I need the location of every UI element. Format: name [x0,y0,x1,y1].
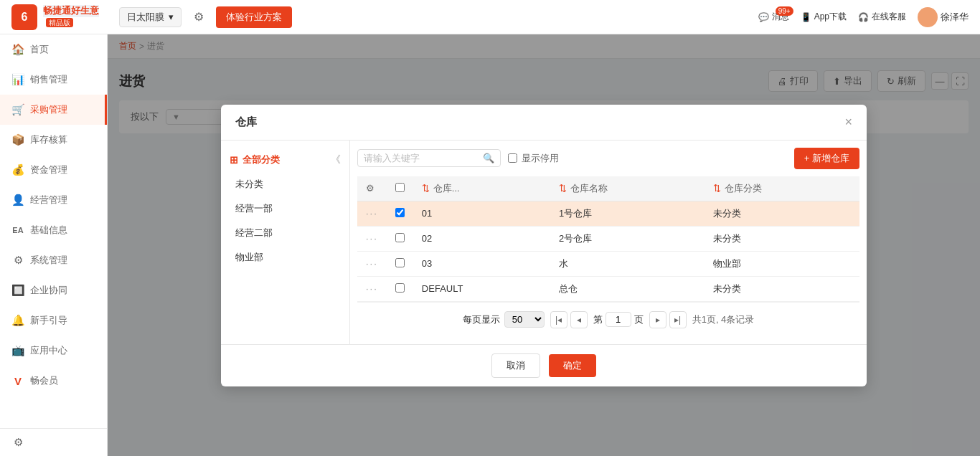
sidebar-settings-button[interactable]: ⚙ [0,429,107,456]
sidebar-label-purchase: 采购管理 [30,103,67,116]
messages-button[interactable]: 💬 消息 99+ [758,11,789,23]
dialog-body: ⊞ 全部分类 《 未分类 经营一部 经营二部 物业部 [221,141,867,344]
inventory-icon: 📦 [11,133,24,146]
sidebar-item-home[interactable]: 🏠 首页 [0,34,107,65]
show-disabled-label[interactable]: 显示停用 [508,152,559,165]
row-id: 01 [413,201,550,226]
category-panel: ⊞ 全部分类 《 未分类 经营一部 经营二部 物业部 [221,141,350,344]
category-header: ⊞ 全部分类 《 [221,148,349,172]
app-download-button[interactable]: 📱 App下载 [801,11,847,23]
row-action[interactable]: ··· [357,251,387,276]
row-action[interactable]: ··· [357,226,387,251]
search-box: 🔍 [357,149,501,167]
row-checkbox[interactable] [395,283,405,293]
sidebar-item-system[interactable]: ⚙ 系统管理 [0,245,107,275]
table-row[interactable]: ··· DEFAULT 总仓 未分类 [357,276,859,301]
store-selector[interactable]: 日太阳膜 ▾ [119,7,182,27]
dialog-close-button[interactable]: × [844,115,852,130]
page-size-dropdown[interactable]: 50 100 200 [504,311,545,328]
next-page-button[interactable]: ▸ [649,311,666,328]
row-action[interactable]: ··· [357,276,387,301]
topbar: 6 畅捷通好生意 精品版 日太阳膜 ▾ ⚙ 体验行业方案 💬 消息 99+ 📱 … [0,0,980,34]
warehouse-dialog: 仓库 × ⊞ 全部分类 《 未分类 经营一部 [221,105,867,386]
search-input[interactable] [364,153,479,163]
table-row[interactable]: ··· 03 水 物业部 [357,251,859,276]
action-dots[interactable]: ··· [366,233,378,244]
logo-text: 畅捷通好生意 精品版 [43,5,99,28]
table-row[interactable]: ··· 01 1号仓库 未分类 [357,201,859,226]
category-item-operations2[interactable]: 经营二部 [221,221,349,245]
sidebar-item-sales[interactable]: 📊 销售管理 [0,65,107,95]
page-input: 第 页 [593,312,644,327]
prev-page-button[interactable]: ◂ [570,311,588,328]
sidebar-item-membership[interactable]: V 畅会员 [0,366,107,396]
row-checkbox-cell [387,201,413,226]
category-item-property[interactable]: 物业部 [221,245,349,270]
sidebar-label-basic-info: 基础信息 [30,224,67,237]
row-category: 未分类 [705,201,859,226]
enterprise-icon: 🔲 [11,284,24,297]
page-nav-next: ▸ ▸| [649,311,687,328]
system-icon: ⚙ [11,254,24,267]
main-content: 首页 > 进货 进货 🖨 打印 ⬆ 导出 ↻ 刷新 — ⛶ 按以下 [108,34,980,456]
sidebar-label-guide: 新手引导 [30,314,67,327]
sidebar-item-enterprise[interactable]: 🔲 企业协同 [0,275,107,305]
th-num: ⇅ 仓库... [413,176,550,201]
modal-overlay: 仓库 × ⊞ 全部分类 《 未分类 经营一部 [108,34,980,456]
table-row[interactable]: ··· 02 2号仓库 未分类 [357,226,859,251]
row-category: 未分类 [705,226,859,251]
sidebar-item-inventory[interactable]: 📦 库存核算 [0,125,107,155]
headset-icon: 🎧 [858,12,869,22]
sort-cat-icon: ⇅ [713,183,721,194]
action-dots[interactable]: ··· [366,258,378,269]
sidebar-label-inventory: 库存核算 [30,133,67,146]
sidebar-item-app-center[interactable]: 📺 应用中心 [0,336,107,366]
action-dots[interactable]: ··· [366,283,378,294]
row-checkbox-cell [387,251,413,276]
category-item-operations1[interactable]: 经营一部 [221,196,349,221]
cancel-button[interactable]: 取消 [491,353,540,378]
avatar [918,7,938,27]
message-badge: 99+ [776,6,793,16]
guide-icon: 🔔 [11,314,24,327]
logo: 6 畅捷通好生意 精品版 [11,4,119,30]
app-center-icon: 📺 [11,344,24,357]
sidebar-item-operations[interactable]: 👤 经营管理 [0,185,107,215]
category-all-button[interactable]: ⊞ 全部分类 [230,153,280,166]
search-icon[interactable]: 🔍 [483,153,494,163]
sidebar-label-app-center: 应用中心 [30,344,67,357]
online-service-button[interactable]: 🎧 在线客服 [858,11,906,23]
sidebar-label-finance: 资金管理 [30,163,67,176]
sidebar-label-home: 首页 [30,43,49,56]
sort-num-icon: ⇅ [422,183,430,194]
username: 徐泽华 [941,11,969,24]
select-all-checkbox[interactable] [395,183,405,192]
content-toolbar: 🔍 显示停用 + 新增仓库 [357,148,859,169]
confirm-button[interactable]: 确定 [549,354,596,377]
row-checkbox[interactable] [395,208,405,217]
user-menu[interactable]: 徐泽华 [918,7,969,27]
action-dots[interactable]: ··· [366,208,378,219]
row-name: 2号仓库 [550,226,705,251]
category-collapse-button[interactable]: 《 [331,153,341,166]
category-item-unclassified[interactable]: 未分类 [221,172,349,196]
add-warehouse-button[interactable]: + 新增仓库 [794,148,859,169]
row-name: 1号仓库 [550,201,705,226]
show-disabled-checkbox[interactable] [508,153,517,163]
page-number-input[interactable] [606,312,631,327]
row-checkbox[interactable] [395,233,405,242]
first-page-button[interactable]: |◂ [550,311,567,328]
row-id: 03 [413,251,550,276]
last-page-button[interactable]: ▸| [669,311,687,328]
dialog-header: 仓库 × [221,105,867,141]
sidebar-item-basic-info[interactable]: EA 基础信息 [0,215,107,245]
row-checkbox[interactable] [395,258,405,267]
sidebar-item-guide[interactable]: 🔔 新手引导 [0,305,107,336]
trial-button[interactable]: 体验行业方案 [216,6,292,28]
settings-button[interactable]: ⚙ [187,6,210,29]
th-check [387,176,413,201]
sidebar-item-finance[interactable]: 💰 资金管理 [0,155,107,185]
category-all-label: 全部分类 [242,153,280,166]
sidebar-item-purchase[interactable]: 🛒 采购管理 [0,95,107,125]
row-action[interactable]: ··· [357,201,387,226]
